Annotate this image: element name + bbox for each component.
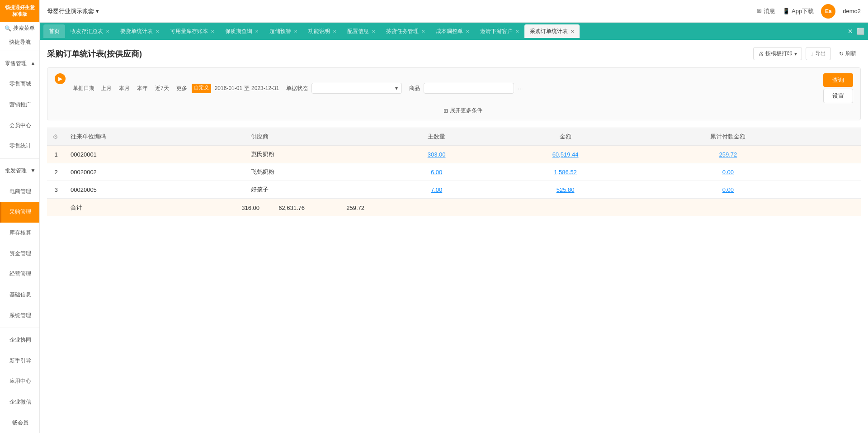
tab-config-info[interactable]: 配置信息 ✕ xyxy=(342,24,381,38)
cell-supplier: 惠氏奶粉 xyxy=(245,146,380,163)
sidebar-item-guide[interactable]: 新手引导 xyxy=(0,350,39,371)
tab-close-cost-adjust[interactable]: ✕ xyxy=(466,29,469,34)
sidebar-item-inventory[interactable]: 库存核算 xyxy=(0,223,39,243)
tab-purchase-summary[interactable]: 要货单统计表 ✕ xyxy=(115,24,165,38)
tab-close-purchase-order-stat[interactable]: ✕ xyxy=(571,29,574,34)
sidebar-item-wechat[interactable]: 企业微信 xyxy=(0,392,39,413)
column-settings-icon[interactable]: ⚙ xyxy=(52,133,58,140)
tab-close-expiry-query[interactable]: ✕ xyxy=(255,29,259,34)
custom-badge: 自定义 xyxy=(192,84,211,93)
sidebar-item-ecommerce[interactable]: 电商管理 xyxy=(0,181,39,202)
refresh-icon: ↻ xyxy=(839,51,844,57)
tab-close-stock-ledger[interactable]: ✕ xyxy=(211,29,214,34)
tab-close-all-icon[interactable]: ✕ xyxy=(848,28,853,35)
sidebar-item-wholesale[interactable]: 批发管理 ▼ xyxy=(0,161,39,181)
table-footer: 合计 316.00 62,631.76 259.72 xyxy=(47,199,861,216)
sidebar-logo: 畅捷通好生意 标准版 xyxy=(0,0,39,22)
date-shortcuts: 上月 本月 本年 近7天 更多 自定义 xyxy=(98,84,211,93)
filter-row-1: 单据日期 上月 本月 本年 近7天 更多 自定义 xyxy=(73,73,853,103)
page-title-text: 采购订单统计表(按供应商) xyxy=(47,48,142,59)
sidebar-item-app-center[interactable]: 应用中心 xyxy=(0,371,39,392)
shortcut-this-month[interactable]: 本月 xyxy=(116,84,132,93)
sidebar-item-purchase[interactable]: 采购管理 xyxy=(0,202,39,223)
tab-invite-downstream[interactable]: 邀请下游客户 ✕ xyxy=(475,24,524,38)
date-filter-group: 单据日期 上月 本月 本年 近7天 更多 自定义 xyxy=(73,84,279,93)
sidebar-item-operation[interactable]: 经营管理 xyxy=(0,264,39,285)
tab-home[interactable]: 首页 xyxy=(43,24,65,38)
tab-receive-summary[interactable]: 收发存汇总表 ✕ xyxy=(65,24,115,38)
sidebar-item-member[interactable]: 会员中心 xyxy=(0,115,39,136)
tab-close-purchase-summary[interactable]: ✕ xyxy=(156,29,159,34)
sidebar-item-marketing[interactable]: 营销推广 xyxy=(0,95,39,115)
tab-cost-adjust[interactable]: 成本调整单 ✕ xyxy=(430,24,475,38)
sidebar-quick-nav[interactable]: 快捷导航 xyxy=(0,35,39,49)
tab-close-receive-summary[interactable]: ✕ xyxy=(106,29,109,34)
cell-extra xyxy=(818,146,861,163)
amount-link[interactable]: 60,519.44 xyxy=(552,151,579,158)
sidebar: 畅捷通好生意 标准版 🔍 搜索菜单 快捷导航 零售管理 ▲ 零售商城 营销推广 … xyxy=(0,0,40,433)
tab-close-invite-downstream[interactable]: ✕ xyxy=(515,29,519,34)
tab-picking-task[interactable]: 拣货任务管理 ✕ xyxy=(381,24,430,38)
sidebar-item-enterprise[interactable]: 企业协同 xyxy=(0,330,39,351)
tab-purchase-order-stat[interactable]: 采购订单统计表 ✕ xyxy=(524,24,580,38)
sidebar-item-retail-mgmt[interactable]: 零售管理 ▲ xyxy=(0,53,39,74)
tab-close-function-desc[interactable]: ✕ xyxy=(333,29,336,34)
sidebar-search[interactable]: 🔍 搜索菜单 xyxy=(0,22,39,35)
filter-area: ▶ 单据日期 上月 本月 本年 近7天 更多 xyxy=(47,67,861,120)
query-btn[interactable]: 查询 xyxy=(823,73,853,87)
tab-expiry-query[interactable]: 保质期查询 ✕ xyxy=(220,24,264,38)
settings-btn[interactable]: 设置 xyxy=(823,89,853,103)
qty-link[interactable]: 6.00 xyxy=(431,169,442,176)
shortcut-this-year[interactable]: 本年 xyxy=(134,84,151,93)
export-btn[interactable]: ↓ 导出 xyxy=(806,47,831,60)
print-btn[interactable]: 🖨 按模板打印 ▾ xyxy=(753,47,802,60)
tab-overstock-warning[interactable]: 超储预警 ✕ xyxy=(264,24,303,38)
refresh-btn[interactable]: ↻ 刷新 xyxy=(835,48,861,60)
footer-paid: 259.72 xyxy=(310,205,364,211)
cell-supplier: 飞鹤奶粉 xyxy=(245,163,380,181)
data-table: ⚙ 往来单位编码 供应商 主数量 金额 xyxy=(47,128,861,199)
shortcut-last-month[interactable]: 上月 xyxy=(98,84,114,93)
sidebar-item-system[interactable]: 系统管理 xyxy=(0,305,39,326)
tab-close-config-info[interactable]: ✕ xyxy=(372,29,375,34)
shortcut-7days[interactable]: 近7天 xyxy=(152,84,172,93)
tab-close-picking-task[interactable]: ✕ xyxy=(421,29,425,34)
status-select[interactable]: ▾ xyxy=(311,83,402,94)
qty-link[interactable]: 7.00 xyxy=(431,186,442,193)
sidebar-item-finance[interactable]: 资金管理 xyxy=(0,243,39,264)
workspace-dropdown-icon: ▾ xyxy=(96,8,99,14)
page-content: 采购订单统计表(按供应商) 🖨 按模板打印 ▾ ↓ 导出 ↻ 刷新 xyxy=(40,40,868,433)
amount-link[interactable]: 525.80 xyxy=(557,186,575,193)
app-download-btn[interactable]: 📱 App下载 xyxy=(783,7,814,15)
qty-link[interactable]: 303.00 xyxy=(428,151,446,158)
sidebar-item-member2[interactable]: 畅会员 xyxy=(0,412,39,433)
goods-input[interactable] xyxy=(424,83,514,94)
cell-qty: 6.00 xyxy=(380,163,493,181)
tab-function-desc[interactable]: 功能说明 ✕ xyxy=(303,24,342,38)
filter-toggle-arrow[interactable]: ▶ xyxy=(55,73,66,84)
status-dropdown-icon: ▾ xyxy=(395,85,398,91)
paid-link[interactable]: 0.00 xyxy=(722,186,734,193)
sidebar-item-basic[interactable]: 基础信息 xyxy=(0,285,39,305)
cell-code: 00020001 xyxy=(65,146,245,163)
message-btn[interactable]: ✉ 消息 xyxy=(757,7,775,15)
tab-close-overstock-warning[interactable]: ✕ xyxy=(294,29,297,34)
paid-link[interactable]: 259.72 xyxy=(719,151,737,158)
amount-link[interactable]: 1,586.52 xyxy=(554,169,577,176)
sidebar-item-retail-store[interactable]: 零售商城 xyxy=(0,74,39,95)
username: demo2 xyxy=(843,8,861,14)
tab-maximize-icon[interactable]: ⬜ xyxy=(857,28,864,35)
topbar: 母婴行业演示账套 ▾ ✉ 消息 📱 App下载 Ea demo2 xyxy=(40,0,868,23)
user-avatar[interactable]: Ea xyxy=(821,4,835,19)
cell-code: 00020002 xyxy=(65,163,245,181)
tab-stock-ledger[interactable]: 可用量库存账本 ✕ xyxy=(165,24,220,38)
expand-btn[interactable]: ⊞ 展开更多条件 xyxy=(443,107,482,114)
col-code: 往来单位编码 xyxy=(65,128,245,146)
date-from: 2016-01-01 xyxy=(215,85,242,91)
workspace-selector[interactable]: 母婴行业演示账套 ▾ xyxy=(47,7,99,15)
cell-index: 3 xyxy=(47,181,65,199)
shortcut-more[interactable]: 更多 xyxy=(174,84,190,93)
sidebar-item-retail-stat[interactable]: 零售统计 xyxy=(0,136,39,157)
paid-link[interactable]: 0.00 xyxy=(722,169,734,176)
table-row: 3 00020005 好孩子 7.00 525.80 0.00 xyxy=(47,181,861,199)
